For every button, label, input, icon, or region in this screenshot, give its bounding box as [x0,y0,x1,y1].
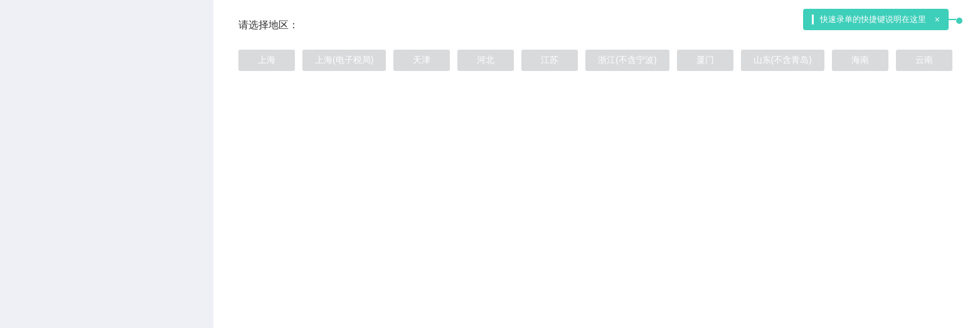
region-button[interactable]: 厦门 [677,50,733,71]
region-button[interactable]: 天津 [393,50,450,71]
region-button[interactable]: 上海 [238,50,295,71]
tooltip-dot [956,18,962,24]
region-buttons: 上海上海(电子税局)天津河北江苏浙江(不含宁波)厦门山东(不含青岛)海南云南 [238,50,955,71]
region-button[interactable]: 山东(不含青岛) [741,50,824,71]
tooltip-text: 快速录单的快捷键说明在这里 [820,14,926,25]
close-icon[interactable]: × [935,14,940,25]
sidebar [0,0,213,328]
region-button[interactable]: 江苏 [521,50,578,71]
region-button[interactable]: 上海(电子税局) [302,50,386,71]
region-button[interactable]: 浙江(不含宁波) [585,50,669,71]
main-content: 请选择地区： 上海上海(电子税局)天津河北江苏浙江(不含宁波)厦门山东(不含青岛… [213,0,980,328]
region-button[interactable]: 云南 [896,50,952,71]
connector-line [947,19,956,20]
tooltip-bar [812,14,814,25]
tooltip-banner: 快速录单的快捷键说明在这里 × [803,9,949,30]
region-button[interactable]: 海南 [832,50,888,71]
region-button[interactable]: 河北 [457,50,514,71]
